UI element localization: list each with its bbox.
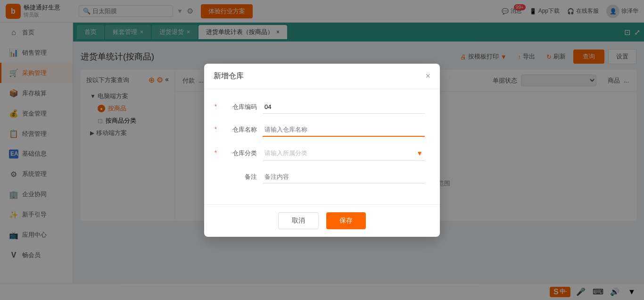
form-row-category: 仓库分类 请输入所属分类 ▼	[219, 146, 425, 161]
category-label: 仓库分类	[219, 149, 257, 158]
modal-title: 新增仓库	[214, 71, 244, 81]
modal-add-warehouse: 新增仓库 × 仓库编码 仓库名称 仓库分类 请输入所属分类 ▼	[204, 64, 440, 237]
cancel-button[interactable]: 取消	[278, 212, 319, 229]
modal-overlay[interactable]: 新增仓库 × 仓库编码 仓库名称 仓库分类 请输入所属分类 ▼	[0, 0, 644, 300]
category-select[interactable]: 请输入所属分类 ▼	[263, 146, 425, 161]
form-row-note: 备注	[219, 170, 425, 183]
code-input[interactable]	[263, 100, 425, 114]
modal-body: 仓库编码 仓库名称 仓库分类 请输入所属分类 ▼ 备注	[204, 89, 440, 204]
modal-footer: 取消 保存	[204, 204, 440, 237]
note-input[interactable]	[263, 170, 425, 183]
note-label: 备注	[219, 173, 257, 181]
modal-header: 新增仓库 ×	[204, 64, 440, 89]
form-row-code: 仓库编码	[219, 100, 425, 114]
modal-close-button[interactable]: ×	[425, 71, 430, 81]
name-input[interactable]	[263, 123, 425, 137]
form-row-name: 仓库名称	[219, 123, 425, 137]
name-label: 仓库名称	[219, 125, 257, 134]
category-dropdown-icon[interactable]: ▼	[416, 150, 423, 157]
category-placeholder: 请输入所属分类	[264, 149, 307, 158]
save-button[interactable]: 保存	[326, 212, 366, 229]
code-label: 仓库编码	[219, 103, 257, 111]
